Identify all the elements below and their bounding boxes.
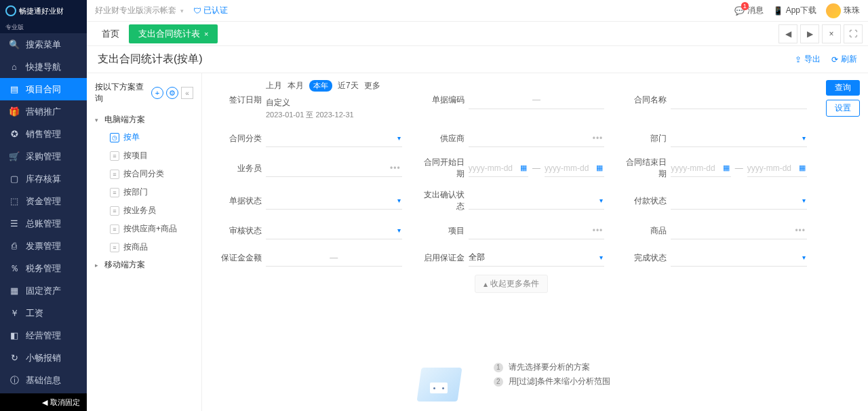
nav-item-box[interactable]: ▢库存核算: [0, 168, 87, 190]
tab-next-button[interactable]: ▶: [800, 24, 819, 43]
messages-button[interactable]: 💬 消息 1: [734, 5, 764, 16]
filter-row: 合同名称: [620, 80, 807, 120]
tab-close-all-button[interactable]: ×: [822, 24, 841, 43]
chevron-down-icon: ▾: [802, 197, 806, 204]
nav-item-info[interactable]: ⓘ基础信息: [0, 369, 87, 391]
calendar-icon: ▦: [799, 163, 806, 172]
scheme-leaf[interactable]: ≡按业务员: [90, 201, 199, 220]
mobile-icon: 📱: [773, 6, 783, 16]
caret-right-icon: ▸: [95, 262, 100, 269]
filter-dropdown[interactable]: 全部▾: [469, 249, 605, 267]
topbar: 好业财专业版演示帐套 ▾ 🛡 已认证 💬 消息 1 📱 App下载 珠珠: [87, 0, 868, 22]
export-button[interactable]: ⇪ 导出: [795, 54, 821, 65]
tab-home[interactable]: 首页: [92, 24, 129, 43]
filter-dropdown[interactable]: ▾: [469, 192, 605, 210]
date-range: yyyy-mm-dd▦—yyyy-mm-dd▦: [469, 159, 605, 177]
collapse-more-button[interactable]: ▴ 收起更多条件: [475, 275, 548, 293]
date-from-input[interactable]: yyyy-mm-dd▦: [469, 159, 528, 177]
nav-item-receipt[interactable]: ⎙发票管理: [0, 235, 87, 257]
tree-group-pc[interactable]: ▾ 电脑端方案: [90, 111, 199, 128]
date-to-input[interactable]: yyyy-mm-dd▦: [545, 159, 604, 177]
filter-lookup[interactable]: •••: [469, 130, 605, 147]
filter-input[interactable]: —: [266, 249, 402, 267]
nav-item-home[interactable]: ⌂快捷导航: [0, 56, 87, 78]
filter-dropdown[interactable]: ▾: [266, 130, 402, 147]
chevron-down-icon: ▾: [599, 254, 603, 261]
gift-icon: 🎁: [9, 107, 19, 117]
nav-item-tax[interactable]: ％税务管理: [0, 257, 87, 279]
nav-item-wallet[interactable]: ⬚资金管理: [0, 190, 87, 212]
fullscreen-button[interactable]: ⛶: [844, 24, 863, 43]
leaf-icon: ≡: [110, 170, 119, 179]
scheme-leaf[interactable]: ≡按合同分类: [90, 165, 199, 183]
nav-item-cart[interactable]: 🛒采购管理: [0, 145, 87, 168]
filter-row: 单据编码—: [418, 80, 605, 120]
date-range-text: 2023-01-01 至 2023-12-31: [266, 110, 402, 120]
filter-lookup[interactable]: •••: [266, 159, 402, 177]
page: 支出合同统计表(按单) ⇪ 导出 ⟳ 刷新 按以下方案查询 +: [87, 46, 868, 411]
scheme-leaf[interactable]: ◷按单: [90, 128, 199, 146]
filter-dropdown[interactable]: ▾: [266, 222, 402, 239]
scheme-add-button[interactable]: +: [151, 87, 163, 99]
nav-item-search[interactable]: 🔍搜索菜单: [0, 33, 87, 56]
scheme-collapse-button[interactable]: «: [181, 87, 193, 99]
brand-edition: 专业版: [0, 22, 87, 33]
date-preset[interactable]: 本年: [309, 80, 332, 92]
pin-toggle[interactable]: ◀ 取消固定: [0, 393, 87, 411]
refresh-button[interactable]: ⟳ 刷新: [831, 54, 857, 65]
nav-item-pay[interactable]: ￥工资: [0, 302, 87, 324]
scheme-leaf[interactable]: ≡按项目: [90, 146, 199, 165]
tree-group-mobile[interactable]: ▸ 移动端方案: [90, 256, 199, 273]
msg-badge: 1: [741, 2, 749, 10]
query-button[interactable]: 查询: [826, 80, 860, 96]
nav-item-file[interactable]: ▤项目合同: [0, 78, 87, 100]
date-preset[interactable]: 本月: [288, 80, 304, 92]
filter-dropdown[interactable]: ▾: [671, 249, 807, 267]
filter-dropdown[interactable]: ▾: [266, 192, 402, 210]
filter-label: 单据编码: [418, 94, 469, 106]
pay-icon: ￥: [9, 309, 19, 318]
nav-item-gift[interactable]: 🎁营销推广: [0, 100, 87, 123]
nav-item-badge[interactable]: ✪销售管理: [0, 123, 87, 145]
scheme-settings-button[interactable]: ⚙: [166, 87, 178, 99]
app-download-button[interactable]: 📱 App下载: [773, 5, 816, 16]
date-preset[interactable]: 自定义: [266, 97, 290, 109]
filter-label: 签订日期: [216, 94, 266, 106]
date-from-input[interactable]: yyyy-mm-dd▦: [671, 159, 730, 177]
empty-illustration: [412, 347, 473, 402]
cart-icon: 🛒: [9, 152, 19, 161]
scheme-leaf[interactable]: ≡按供应商+商品: [90, 220, 199, 238]
close-icon[interactable]: ×: [204, 30, 208, 38]
date-preset[interactable]: 上月: [266, 80, 282, 92]
filter-dropdown[interactable]: ▾: [671, 130, 807, 147]
user-menu[interactable]: 珠珠: [826, 3, 860, 18]
nav-item-asset[interactable]: ▦固定资产: [0, 279, 87, 302]
filter-label: 项目: [418, 225, 469, 237]
filter-label: 供应商: [418, 133, 469, 144]
export-icon: ⇪: [795, 55, 802, 64]
filter-label: 审核状态: [216, 225, 266, 237]
filter-input[interactable]: —: [469, 92, 605, 109]
wallet-icon: ⬚: [9, 197, 19, 206]
filter-label: 合同分类: [216, 133, 266, 144]
date-preset[interactable]: 近7天: [338, 80, 359, 92]
filter-input[interactable]: [671, 92, 807, 109]
filter-lookup[interactable]: •••: [671, 222, 807, 239]
filter-lookup[interactable]: •••: [469, 222, 605, 239]
settings-button[interactable]: 设置: [826, 100, 860, 117]
date-preset[interactable]: 更多: [364, 80, 380, 92]
date-to-input[interactable]: yyyy-mm-dd▦: [747, 159, 807, 177]
tab-active[interactable]: 支出合同统计表 ×: [129, 24, 218, 43]
scheme-leaf[interactable]: ≡按部门: [90, 183, 199, 201]
more-icon: •••: [593, 134, 604, 143]
nav-item-ledger[interactable]: ☰总账管理: [0, 212, 87, 235]
nav-item-refresh[interactable]: ↻小畅报销: [0, 347, 87, 369]
env-selector[interactable]: 好业财专业版演示帐套 ▾: [95, 5, 184, 16]
brand-name: 畅捷通好业财: [19, 6, 64, 16]
date-presets: 上月本月本年近7天更多自定义: [266, 80, 402, 109]
nav-item-biz[interactable]: ◧经营管理: [0, 324, 87, 347]
filter-dropdown[interactable]: ▾: [671, 192, 807, 210]
tab-prev-button[interactable]: ◀: [778, 24, 797, 43]
more-icon: •••: [593, 226, 604, 235]
scheme-leaf[interactable]: ≡按商品: [90, 238, 199, 256]
